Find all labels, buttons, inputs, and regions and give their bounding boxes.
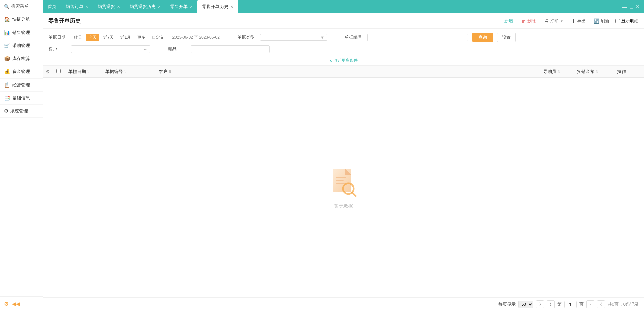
client-input[interactable]: [74, 47, 141, 52]
bill-sn-input[interactable]: [367, 34, 468, 41]
sidebar-item-label: 系统管理: [10, 108, 28, 114]
close-icon[interactable]: ✕: [230, 5, 233, 9]
sidebar-item-sys-mgmt[interactable]: ⚙ 系统管理: [0, 105, 43, 118]
th-amount-label: 实销金额: [577, 69, 594, 75]
refresh-button[interactable]: 🔄 刷新: [592, 17, 611, 25]
goods-input-wrapper[interactable]: ···: [191, 45, 270, 53]
per-page-label: 每页显示: [498, 301, 516, 307]
sidebar-item-quick-nav[interactable]: 🏠 快捷导航: [0, 13, 43, 26]
print-chevron-icon: ▼: [560, 19, 563, 23]
date-btn-custom[interactable]: 自定义: [149, 34, 167, 41]
filter-row-2: 客户 ··· 商品 ···: [48, 45, 639, 53]
pagination: 每页显示 50 ⟨⟨ ⟨ 第 页 ⟩ ⟩⟩ 共0页，0条记录: [43, 297, 644, 311]
page-label: 页: [579, 301, 584, 307]
toolbar: + 新增 🗑 删除 🖨 打印 ▼ ⬆ 导出 🔄 刷新: [499, 17, 639, 25]
collapse-sidebar-icon[interactable]: ◀◀: [12, 301, 20, 307]
delete-button[interactable]: 🗑 删除: [519, 17, 538, 25]
setting-button[interactable]: 设置: [497, 33, 516, 42]
refresh-icon: 🔄: [594, 18, 599, 24]
settings-icon[interactable]: ⚙: [4, 301, 9, 307]
chevron-down-icon: ▼: [320, 35, 324, 39]
show-detail-toggle[interactable]: 显示明细: [615, 18, 639, 24]
sidebar-item-sales-mgmt[interactable]: 📊 销售管理: [0, 26, 43, 39]
date-btn-1month[interactable]: 近1月: [118, 34, 134, 41]
last-page-btn[interactable]: ⟩⟩: [597, 300, 605, 308]
tab-retail-open[interactable]: 零售开单 ✕: [165, 0, 197, 13]
tab-retail-open-hist[interactable]: 零售开单历史 ✕: [197, 0, 238, 13]
close-icon[interactable]: ✕: [190, 5, 193, 9]
per-page-select[interactable]: 50: [518, 301, 533, 308]
date-btn-yesterday[interactable]: 昨天: [71, 34, 85, 41]
sidebar-search-label: 搜索采单: [11, 3, 29, 9]
select-all-checkbox[interactable]: [56, 69, 66, 74]
bill-sn-label: 单据编号: [345, 34, 363, 40]
bill-type-label: 单据类型: [237, 34, 256, 40]
sidebar-item-finance[interactable]: 💰 资金管理: [0, 65, 43, 79]
th-date[interactable]: 单据日期 ⇅: [66, 69, 103, 75]
sidebar-item-purchase-mgmt[interactable]: 🛒 采购管理: [0, 39, 43, 52]
tab-sales-return[interactable]: 销货退货 ✕: [93, 0, 125, 13]
query-button[interactable]: 查询: [472, 33, 493, 42]
page-header: 零售开单历史 + 新增 🗑 删除 🖨 打印 ▼ ⬆ 导出: [43, 13, 644, 29]
close-window-icon[interactable]: ✕: [636, 4, 640, 10]
sidebar-item-label: 基础信息: [12, 95, 30, 101]
trash-icon: 🗑: [521, 18, 526, 24]
date-btn-today[interactable]: 今天: [86, 34, 99, 41]
sidebar-item-label: 资金管理: [12, 69, 30, 75]
svg-rect-4: [336, 183, 345, 184]
tabbar-right: — □ ✕: [622, 4, 644, 10]
th-guide[interactable]: 导购员 ⇅: [541, 69, 574, 75]
money-icon: 💰: [4, 69, 10, 75]
sidebar-item-ops-mgmt[interactable]: 📋 经营管理: [0, 79, 43, 92]
maximize-icon[interactable]: □: [630, 4, 633, 10]
filter-area: 单据日期 昨天 今天 近7天 近1月 更多 自定义 2023-06-02 至 2…: [43, 29, 644, 66]
prev-page-btn[interactable]: ⟨: [547, 300, 555, 308]
del-label: 删除: [527, 18, 536, 24]
next-page-btn[interactable]: ⟩: [586, 300, 594, 308]
first-page-btn[interactable]: ⟨⟨: [536, 300, 544, 308]
th-ops: 操作: [614, 69, 641, 75]
client-dots-icon[interactable]: ···: [144, 47, 147, 52]
sidebar-item-label: 采购管理: [12, 43, 30, 49]
table-settings-icon[interactable]: ⚙: [46, 69, 56, 74]
table-select-all[interactable]: [56, 69, 61, 73]
bill-type-select[interactable]: ▼: [260, 34, 327, 41]
th-sn[interactable]: 单据编号 ⇅: [103, 69, 156, 75]
tab-sales-order[interactable]: 销售订单 ✕: [61, 0, 93, 13]
sort-icon: ⇅: [124, 70, 127, 73]
sidebar-search[interactable]: 🔍 搜索采单: [0, 0, 43, 13]
th-amount[interactable]: 实销金额 ⇅: [574, 69, 614, 75]
close-icon[interactable]: ✕: [117, 5, 120, 9]
sidebar-item-base-info[interactable]: 📑 基础信息: [0, 92, 43, 105]
minimize-icon[interactable]: —: [622, 4, 627, 10]
print-button[interactable]: 🖨 打印 ▼: [542, 17, 565, 25]
client-input-wrapper[interactable]: ···: [71, 45, 150, 53]
empty-illustration: [327, 166, 360, 199]
export-button[interactable]: ⬆ 导出: [569, 17, 588, 25]
date-filter-label: 单据日期: [48, 34, 67, 40]
tab-home[interactable]: 首页: [43, 0, 61, 13]
add-button[interactable]: + 新增: [499, 17, 515, 25]
close-icon[interactable]: ✕: [85, 5, 88, 9]
sort-icon: ⇅: [87, 70, 90, 73]
main-content: 首页 销售订单 ✕ 销货退货 ✕ 销货退货历史 ✕ 零售开单 ✕ 零售开单历史 …: [43, 0, 644, 311]
show-detail-checkbox[interactable]: [615, 19, 620, 23]
close-icon[interactable]: ✕: [158, 5, 161, 9]
goods-input[interactable]: [194, 47, 261, 52]
tab-sales-return-hist[interactable]: 销货退货历史 ✕: [125, 0, 165, 13]
date-btn-more[interactable]: 更多: [135, 34, 148, 41]
home-icon: 🏠: [4, 16, 10, 22]
date-btn-7days[interactable]: 近7天: [101, 34, 116, 41]
page-number-input[interactable]: [564, 301, 577, 308]
page-area: 零售开单历史 + 新增 🗑 删除 🖨 打印 ▼ ⬆ 导出: [43, 13, 644, 311]
goods-dots-icon[interactable]: ···: [263, 47, 267, 52]
svg-line-6: [352, 192, 356, 196]
th-guide-label: 导购员: [543, 69, 556, 75]
collapse-row: ∧ 收起更多条件: [48, 56, 639, 65]
th-sn-label: 单据编号: [105, 69, 123, 75]
sidebar-item-inventory[interactable]: 📦 库存核算: [0, 52, 43, 65]
filter-row-1: 单据日期 昨天 今天 近7天 近1月 更多 自定义 2023-06-02 至 2…: [48, 33, 639, 42]
th-client[interactable]: 客户 ⇅: [156, 69, 541, 75]
collapse-btn[interactable]: ∧ 收起更多条件: [329, 58, 358, 63]
tab-home-label: 首页: [48, 4, 56, 10]
